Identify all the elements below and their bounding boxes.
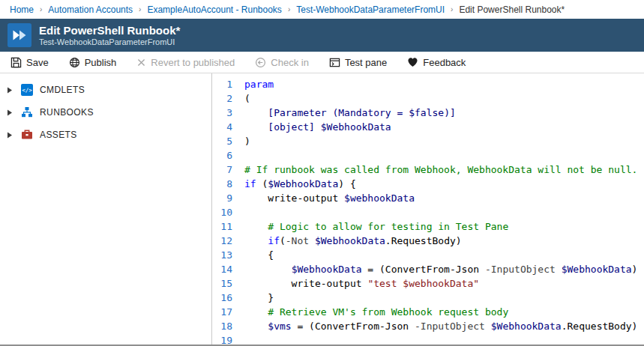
sidebar-item-label: CMDLETS <box>40 85 85 95</box>
code-text: ) <box>239 134 250 148</box>
line-number: 6 <box>212 148 239 163</box>
code-text <box>239 205 244 219</box>
code-lines: 1param2(3 [Parameter (Mandatory = $false… <box>212 77 644 345</box>
code-line-5: 5) <box>212 134 644 148</box>
chevron-right-icon <box>7 132 14 139</box>
toolbar-item-label: Save <box>26 57 49 68</box>
revert-to-published-button: Revert to published <box>136 57 235 68</box>
code-text: if ($WebhookData) { <box>239 177 356 191</box>
breadcrumb-separator: › <box>288 5 290 13</box>
code-text: # If runbook was called from Webhook, We… <box>239 163 637 177</box>
code-line-4: 4 [object] $WebhookData <box>212 120 644 134</box>
sidebar-item-label: RUNBOOKS <box>40 107 94 118</box>
code-line-16: 16 } <box>212 291 644 305</box>
line-number: 17 <box>212 305 239 319</box>
line-number: 12 <box>212 234 239 248</box>
breadcrumb-separator: › <box>139 5 141 13</box>
code-line-18: 18 $vms = (ConvertFrom-Json -InputObject… <box>212 319 644 333</box>
line-number: 19 <box>212 333 239 345</box>
code-editor[interactable]: 1param2(3 [Parameter (Mandatory = $false… <box>212 73 644 345</box>
toolbar-item-label: Test pane <box>345 57 387 68</box>
page-title: Edit PowerShell Runbook* <box>39 24 180 37</box>
line-number: 5 <box>212 134 239 148</box>
check-in-button: Check in <box>255 57 309 68</box>
code-text: [Parameter (Mandatory = $false)] <box>239 106 456 120</box>
code-text: if(-Not $WebhookData.RequestBody) <box>239 234 462 248</box>
cmdlets-icon: </> <box>21 84 33 96</box>
code-text <box>239 148 244 163</box>
line-number: 15 <box>212 276 239 291</box>
breadcrumb-link[interactable]: ExampleAutoAccount - Runbooks <box>147 4 281 15</box>
code-line-13: 13 { <box>212 248 644 262</box>
code-line-6: 6 <box>212 148 644 163</box>
line-number: 8 <box>212 177 239 191</box>
code-line-2: 2( <box>212 91 644 106</box>
library-sidebar: </>CMDLETSRUNBOOKSASSETS <box>0 73 212 345</box>
breadcrumb-separator: › <box>40 5 42 13</box>
breadcrumb-link[interactable]: Home <box>10 4 34 15</box>
code-line-15: 15 write-output "test $webhookData" <box>212 276 644 291</box>
line-number: 16 <box>212 291 239 305</box>
sidebar-item-cmdlets[interactable]: </>CMDLETS <box>0 79 211 101</box>
code-line-7: 7# If runbook was called from Webhook, W… <box>212 163 644 177</box>
feedback-button[interactable]: Feedback <box>407 57 466 68</box>
code-line-1: 1param <box>212 77 644 91</box>
line-number: 7 <box>212 163 239 177</box>
toolbar-item-label: Feedback <box>423 57 466 68</box>
line-number: 3 <box>212 106 239 120</box>
header-text: Edit PowerShell Runbook* Test-WebhookDat… <box>39 24 180 47</box>
line-number: 13 <box>212 248 239 262</box>
sidebar-item-assets[interactable]: ASSETS <box>0 124 211 146</box>
assets-icon <box>21 129 33 141</box>
toolbar-item-label: Check in <box>271 57 309 68</box>
code-text <box>239 333 244 345</box>
code-line-19: 19 <box>212 333 644 345</box>
feedback-icon <box>407 57 418 67</box>
svg-text:</>: </> <box>22 87 32 94</box>
code-text: ( <box>239 91 250 106</box>
chevron-right-icon <box>7 109 14 116</box>
test-pane-button[interactable]: Test pane <box>329 57 387 68</box>
publish-button[interactable]: Publish <box>69 57 117 68</box>
code-text: { <box>239 248 274 262</box>
code-text: param <box>239 77 274 91</box>
line-number: 11 <box>212 219 239 234</box>
code-text: write-output "test $webhookData" <box>239 276 479 291</box>
save-button[interactable]: Save <box>10 57 49 68</box>
publish-icon <box>69 57 80 68</box>
revert-icon <box>136 58 146 67</box>
code-text: [object] $WebhookData <box>239 120 391 134</box>
breadcrumb-current: Edit PowerShell Runbook* <box>459 4 565 15</box>
code-line-12: 12 if(-Not $WebhookData.RequestBody) <box>212 234 644 248</box>
line-number: 4 <box>212 120 239 134</box>
automation-runbook-icon <box>7 23 31 47</box>
code-text: # Retrieve VM's from Webhook request bod… <box>239 305 508 319</box>
code-line-9: 9 write-output $webhookData <box>212 191 644 205</box>
test-pane-icon <box>329 57 340 68</box>
sidebar-item-runbooks[interactable]: RUNBOOKS <box>0 101 211 124</box>
code-text: } <box>239 291 274 305</box>
line-number: 1 <box>212 77 239 91</box>
breadcrumb-link[interactable]: Automation Accounts <box>48 4 133 15</box>
content-area: </>CMDLETSRUNBOOKSASSETS 1param2(3 [Para… <box>0 73 644 346</box>
breadcrumb: Home›Automation Accounts›ExampleAutoAcco… <box>0 0 644 19</box>
code-line-10: 10 <box>212 205 644 219</box>
line-number: 2 <box>212 91 239 106</box>
toolbar-item-label: Publish <box>85 57 117 68</box>
command-bar: SavePublishRevert to publishedCheck inTe… <box>0 52 644 73</box>
sidebar-item-label: ASSETS <box>40 130 77 140</box>
page-header: Edit PowerShell Runbook* Test-WebhookDat… <box>0 19 644 52</box>
breadcrumb-link[interactable]: Test-WebhookDataParameterFromUI <box>296 4 445 15</box>
line-number: 9 <box>212 191 239 205</box>
line-number: 10 <box>212 205 239 219</box>
save-icon <box>10 57 22 68</box>
code-text: $vms = (ConvertFrom-Json -InputObject $W… <box>239 319 637 333</box>
code-line-8: 8if ($WebhookData) { <box>212 177 644 191</box>
check-in-icon <box>255 57 266 68</box>
code-line-3: 3 [Parameter (Mandatory = $false)] <box>212 106 644 120</box>
runbook-name-subtitle: Test-WebhookDataParameterFromUI <box>39 37 180 47</box>
code-line-14: 14 $WebhookData = (ConvertFrom-Json -Inp… <box>212 262 644 276</box>
code-text: $WebhookData = (ConvertFrom-Json -InputO… <box>239 262 637 276</box>
code-text: write-output $webhookData <box>239 191 415 205</box>
breadcrumb-separator: › <box>451 5 453 13</box>
